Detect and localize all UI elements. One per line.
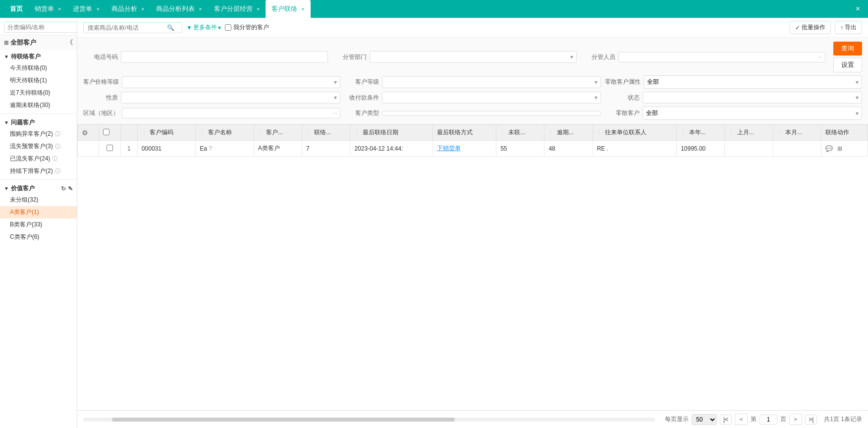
col-handle-uncontacted: ⋮ bbox=[500, 130, 505, 135]
col-type[interactable]: ⋮ 客户... bbox=[254, 125, 302, 141]
gear-icon[interactable]: ⚙ bbox=[82, 129, 88, 137]
sidebar-item-declining[interactable]: 持续下滑客户(2) ⓘ bbox=[0, 165, 77, 177]
prev-page-button[interactable]: ＜ bbox=[735, 414, 748, 425]
table-area: ⚙ ⋮ 客户编码 ⋮ 客户名称 bbox=[77, 124, 868, 410]
phone-input[interactable] bbox=[124, 54, 325, 60]
filter-search-input[interactable] bbox=[88, 24, 167, 31]
sidebar-item-week[interactable]: 近7天待联络(0) bbox=[0, 87, 77, 99]
select-customer-level[interactable]: ▾ bbox=[382, 76, 601, 88]
close-customer-contact-tab[interactable]: × bbox=[301, 0, 304, 18]
sidebar-collapse-icon[interactable]: 《 bbox=[66, 38, 73, 47]
close-purchase-tab[interactable]: × bbox=[96, 0, 99, 18]
nav-goods-analysis[interactable]: 商品分析 × bbox=[106, 0, 150, 18]
last-method-link[interactable]: 下销货单 bbox=[437, 145, 461, 152]
chat-icon[interactable]: 💬 bbox=[825, 145, 833, 152]
page-input[interactable] bbox=[760, 415, 777, 425]
total-info: 共1页 1条记录 bbox=[824, 415, 862, 424]
nav-customer-contact[interactable]: 客户联络 × bbox=[266, 0, 310, 18]
input-phone[interactable] bbox=[121, 51, 328, 63]
input-manager[interactable]: ··· bbox=[618, 52, 825, 62]
nav-goods-list[interactable]: 商品分析列表 × bbox=[150, 0, 208, 18]
select-status[interactable]: ▾ bbox=[643, 92, 862, 104]
select-scatter-attr[interactable]: 全部 ▾ bbox=[644, 75, 862, 89]
row-last-method[interactable]: 下销货单 bbox=[433, 141, 496, 157]
sidebar-item-b-class[interactable]: B类客户(33) bbox=[0, 218, 77, 231]
col-this-month[interactable]: ⋮ 本月... bbox=[773, 125, 821, 141]
sidebar-item-tomorrow[interactable]: 明天待联络(1) bbox=[0, 74, 77, 87]
settings-button[interactable]: 设置 bbox=[833, 57, 862, 72]
nav-purchase[interactable]: 进货单 × bbox=[67, 0, 105, 18]
col-last-month[interactable]: ⋮ 上月... bbox=[725, 125, 773, 141]
close-goods-analysis-tab[interactable]: × bbox=[141, 0, 144, 18]
per-page-select[interactable]: 50 20 100 bbox=[692, 414, 717, 425]
horizontal-scrollbar[interactable] bbox=[83, 418, 655, 422]
col-this-year[interactable]: ⋮ 本年... bbox=[677, 125, 725, 141]
sidebar-item-lost[interactable]: 已流失客户(24) ⓘ bbox=[0, 153, 77, 165]
sidebar-item-ungrouped[interactable]: 未分组(32) bbox=[0, 194, 77, 206]
select-nature[interactable]: ▾ bbox=[121, 92, 340, 104]
input-region[interactable]: ··· bbox=[122, 108, 340, 118]
bulk-ops-button[interactable]: ✓ 批量操作 bbox=[790, 21, 831, 34]
col-last-date[interactable]: ⋮ 最后联络日期 bbox=[350, 125, 433, 141]
col-contact2[interactable]: ⋮ 往来单位联系人 bbox=[593, 125, 676, 141]
close-sales-tab[interactable]: × bbox=[58, 0, 61, 18]
label-payment: 收付款条件 bbox=[344, 94, 379, 102]
dots-icon-region: ··· bbox=[332, 110, 336, 116]
row-checkbox[interactable] bbox=[107, 145, 113, 151]
sidebar-group-pending[interactable]: ▼ 待联络客户 bbox=[0, 50, 77, 62]
refresh-icon[interactable]: ↻ bbox=[61, 185, 66, 192]
sidebar-item-a-class[interactable]: A类客户(1) bbox=[0, 206, 77, 218]
my-customers-checkbox[interactable] bbox=[225, 24, 231, 31]
select-scatter[interactable]: 全部 ▾ bbox=[643, 107, 862, 120]
first-page-button[interactable]: |< bbox=[720, 415, 732, 425]
col-handle-contact2: ⋮ bbox=[597, 130, 602, 135]
select-all-checkbox[interactable] bbox=[103, 129, 109, 135]
col-code[interactable]: ⋮ 客户编码 bbox=[137, 125, 195, 141]
chevron-payment-icon: ▾ bbox=[595, 94, 597, 101]
sidebar-item-warning[interactable]: 流失预警客户(3) ⓘ bbox=[0, 140, 77, 153]
col-handle-contact: ⋮ bbox=[306, 130, 311, 135]
nav-home[interactable]: 首页 bbox=[4, 0, 29, 18]
sidebar-item-today[interactable]: 今天待联络(0) bbox=[0, 62, 77, 74]
export-button[interactable]: ↑ 导出 bbox=[835, 21, 862, 34]
label-customer-type: 客户类型 bbox=[344, 109, 379, 117]
sidebar-item-abnormal[interactable]: 囤购异常客户(2) ⓘ bbox=[0, 128, 77, 140]
label-customer-level: 客户等级 bbox=[344, 78, 379, 86]
close-goods-list-tab[interactable]: × bbox=[199, 0, 202, 18]
label-region: 区域（地区） bbox=[83, 109, 119, 117]
qr-icon[interactable]: ⊞ bbox=[837, 145, 842, 152]
col-action: 联络动作 bbox=[821, 125, 868, 141]
col-gear[interactable]: ⚙ bbox=[78, 125, 99, 141]
query-button[interactable]: 查询 bbox=[833, 42, 862, 55]
col-overdue[interactable]: ⋮ 逾期... bbox=[544, 125, 593, 141]
nav-customer-tier[interactable]: 客户分层经营 × bbox=[208, 0, 266, 18]
last-page-button[interactable]: >| bbox=[805, 415, 817, 425]
col-contact[interactable]: ⋮ 联络... bbox=[302, 125, 350, 141]
edit-icon[interactable]: ✎ bbox=[68, 185, 73, 192]
filter-search-icon[interactable]: 🔍 bbox=[167, 24, 174, 31]
sidebar-item-c-class[interactable]: C类客户(6) bbox=[0, 231, 77, 243]
input-customer-type[interactable] bbox=[382, 111, 601, 116]
arrow-problems: ▼ bbox=[4, 120, 9, 125]
close-app-button[interactable]: × bbox=[852, 4, 864, 13]
sidebar-search-input[interactable] bbox=[4, 22, 77, 33]
sidebar-group-problems[interactable]: ▼ 问题客户 bbox=[0, 116, 77, 128]
select-dept[interactable]: ▾ bbox=[370, 51, 577, 63]
col-handle-code: ⋮ bbox=[142, 130, 147, 135]
info-icon-lost: ⓘ bbox=[52, 155, 57, 162]
field-status: 状态 ▾ bbox=[605, 92, 862, 104]
label-scatter-attr: 零散客户属性 bbox=[605, 78, 641, 86]
sidebar-group-value[interactable]: ▼ 价值客户 ↻ ✎ bbox=[0, 182, 77, 194]
col-name[interactable]: ⋮ 客户名称 bbox=[196, 125, 254, 141]
select-price-level[interactable]: ▾ bbox=[122, 76, 340, 88]
sidebar-all-customers[interactable]: ⊞ 全部客户 《 bbox=[0, 35, 77, 50]
filter-more-button[interactable]: ▼ 更多条件 ▾ bbox=[186, 23, 221, 32]
sidebar-item-overdue[interactable]: 逾期未联络(30) bbox=[0, 99, 77, 111]
next-page-button[interactable]: ＞ bbox=[789, 414, 802, 425]
close-customer-tier-tab[interactable]: × bbox=[257, 0, 260, 18]
select-payment[interactable]: ▾ bbox=[382, 92, 601, 104]
col-uncontacted[interactable]: ⋮ 未联... bbox=[496, 125, 544, 141]
col-last-method[interactable]: 最后联络方式 bbox=[433, 125, 496, 141]
col-handle-tmonth: ⋮ bbox=[777, 130, 782, 135]
nav-sales[interactable]: 销货单 × bbox=[29, 0, 67, 18]
